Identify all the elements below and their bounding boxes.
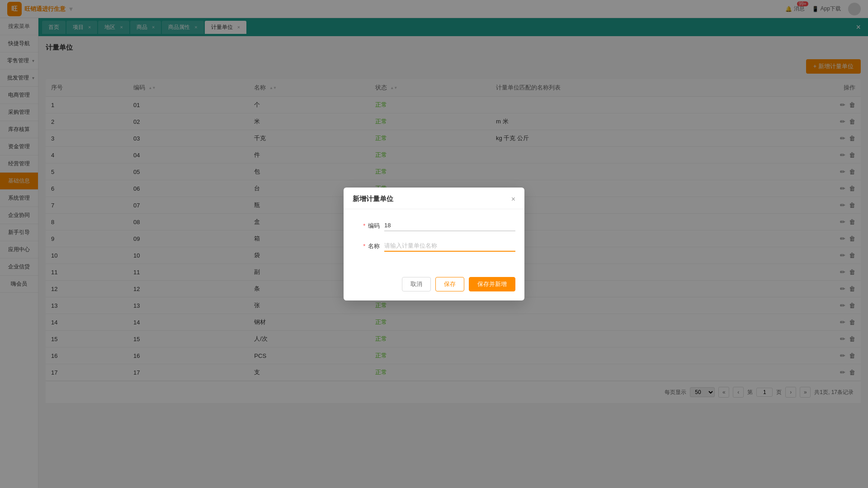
code-input[interactable] (384, 220, 515, 231)
name-input[interactable] (384, 240, 515, 252)
save-button[interactable]: 保存 (435, 277, 464, 291)
required-mark: * (363, 243, 365, 249)
required-mark: * (363, 222, 365, 229)
code-label: * 编码 (353, 222, 380, 230)
add-unit-modal: 新增计量单位 × * 编码 * 名称 取消 保存 保存并新增 (344, 188, 524, 300)
cancel-button[interactable]: 取消 (402, 277, 431, 291)
modal-header: 新增计量单位 × (344, 188, 524, 209)
modal-close-button[interactable]: × (511, 195, 515, 203)
code-field-row: * 编码 (353, 220, 515, 231)
modal-overlay: 新增计量单位 × * 编码 * 名称 取消 保存 保存并新增 (0, 0, 868, 488)
modal-body: * 编码 * 名称 (344, 209, 524, 272)
save-and-new-button[interactable]: 保存并新增 (469, 277, 515, 291)
name-label: * 名称 (353, 242, 380, 250)
modal-footer: 取消 保存 保存并新增 (344, 272, 524, 300)
name-field-row: * 名称 (353, 240, 515, 252)
modal-title: 新增计量单位 (353, 195, 393, 203)
